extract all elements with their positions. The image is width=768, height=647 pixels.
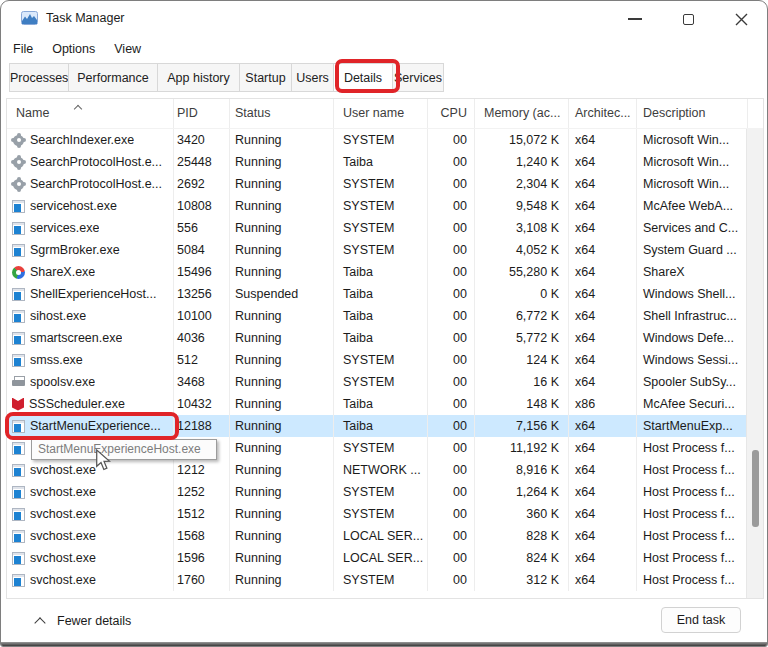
tab-details[interactable]: Details: [333, 63, 393, 92]
cell-architecture: x64: [569, 261, 637, 283]
vertical-scrollbar[interactable]: [746, 129, 763, 598]
cell-pid: 3420: [174, 129, 230, 151]
cell-status: Running: [230, 459, 334, 481]
column-header-description[interactable]: Description: [637, 99, 748, 128]
column-header-pid[interactable]: PID: [174, 99, 230, 128]
cell-name: sihost.exe: [7, 305, 174, 327]
cell-status: Running: [230, 217, 334, 239]
cell-architecture: x64: [569, 349, 637, 371]
cell-memory: 312 K: [475, 569, 569, 591]
process-name: services.exe: [30, 217, 99, 239]
cell-description: McAfee WebA...: [637, 195, 747, 217]
menu-file[interactable]: File: [11, 41, 35, 57]
app-window-icon: [12, 530, 25, 543]
menu-view[interactable]: View: [112, 41, 143, 57]
cell-status: Running: [230, 327, 334, 349]
cell-memory: 16 K: [475, 371, 569, 393]
process-row[interactable]: svchost.exe1596RunningLOCAL SER...00824 …: [7, 547, 747, 569]
menu-options[interactable]: Options: [50, 41, 97, 57]
cell-pid: 3468: [174, 371, 230, 393]
process-row[interactable]: SSScheduler.exe10432RunningTaiba00148 Kx…: [7, 393, 747, 415]
cell-user-name: Taiba: [334, 305, 428, 327]
tab-performance[interactable]: Performance: [68, 63, 158, 92]
process-row[interactable]: smartscreen.exe4036RunningTaiba005,772 K…: [7, 327, 747, 349]
cell-pid: 512: [174, 349, 230, 371]
cell-user-name: SYSTEM: [334, 481, 428, 503]
maximize-button[interactable]: [673, 7, 703, 31]
process-row[interactable]: ShareX.exe15496RunningTaiba0055,280 Kx64…: [7, 261, 747, 283]
tab-processes[interactable]: Processes: [9, 63, 69, 92]
cell-memory: 824 K: [475, 547, 569, 569]
cell-status: Running: [230, 437, 334, 459]
tab-startup[interactable]: Startup: [239, 63, 292, 92]
tab-app-history[interactable]: App history: [157, 63, 240, 92]
fewer-details-toggle[interactable]: Fewer details: [32, 608, 135, 634]
cell-architecture: x64: [569, 129, 637, 151]
cell-pid: 10808: [174, 195, 230, 217]
process-row[interactable]: svchost.exe1212RunningNETWORK ...008,916…: [7, 459, 747, 481]
cell-cpu: 00: [428, 261, 475, 283]
process-name: SearchProtocolHost.e...: [30, 151, 162, 173]
cell-pid: 2692: [174, 173, 230, 195]
process-row[interactable]: SearchIndexer.exe3420RunningSYSTEM0015,0…: [7, 129, 747, 151]
tab-services[interactable]: Services: [392, 63, 444, 92]
cell-pid: 10100: [174, 305, 230, 327]
process-row[interactable]: ShellExperienceHost...13256SuspendedTaib…: [7, 283, 747, 305]
cell-architecture: x64: [569, 525, 637, 547]
process-name: svchost.exe: [30, 569, 96, 591]
mcafee-shield-icon: [12, 398, 24, 411]
cell-memory: 2,304 K: [475, 173, 569, 195]
cell-pid: 1760: [174, 569, 230, 591]
chevron-up-icon: [34, 617, 45, 628]
process-name: SgrmBroker.exe: [30, 239, 120, 261]
cell-status: Running: [230, 569, 334, 591]
process-row[interactable]: services.exe556RunningSYSTEM003,108 Kx64…: [7, 217, 747, 239]
cell-cpu: 00: [428, 525, 475, 547]
minimize-button[interactable]: [620, 7, 650, 31]
cell-memory: 1,264 K: [475, 481, 569, 503]
cell-name: servicehost.exe: [7, 195, 174, 217]
process-row[interactable]: svchost.exe1568RunningLOCAL SER...00828 …: [7, 525, 747, 547]
process-row[interactable]: sihost.exe10100RunningTaiba006,772 Kx64S…: [7, 305, 747, 327]
process-row[interactable]: servicehost.exe10808RunningSYSTEM009,548…: [7, 195, 747, 217]
column-header-status[interactable]: Status: [230, 99, 334, 128]
process-row[interactable]: SearchProtocolHost.e...25448RunningTaiba…: [7, 151, 747, 173]
cell-user-name: SYSTEM: [334, 195, 428, 217]
process-row[interactable]: SgrmBroker.exe5084RunningSYSTEM004,052 K…: [7, 239, 747, 261]
process-row[interactable]: svchost.exe1252RunningSYSTEM001,264 Kx64…: [7, 481, 747, 503]
column-header-name[interactable]: Name: [7, 99, 174, 128]
cell-memory: 6,772 K: [475, 305, 569, 327]
cell-architecture: x64: [569, 547, 637, 569]
cell-pid: 1596: [174, 547, 230, 569]
cell-cpu: 00: [428, 569, 475, 591]
printer-icon: [12, 376, 25, 389]
app-window-icon: [12, 574, 25, 587]
process-row[interactable]: spoolsv.exe3468RunningSYSTEM0016 Kx64Spo…: [7, 371, 747, 393]
cell-cpu: 00: [428, 393, 475, 415]
cell-name: svchost.exe: [7, 503, 174, 525]
cell-status: Running: [230, 305, 334, 327]
process-row[interactable]: svchost.exe1760RunningSYSTEM00312 Kx64Ho…: [7, 569, 747, 591]
close-button[interactable]: [726, 7, 756, 31]
cell-pid: 1568: [174, 525, 230, 547]
cell-description: Windows Defe...: [637, 327, 747, 349]
end-task-button[interactable]: End task: [661, 607, 741, 633]
column-header-architecture[interactable]: Architec...: [569, 99, 637, 128]
process-row[interactable]: StartMenuExperience...12188RunningTaiba0…: [7, 415, 747, 437]
process-row[interactable]: SearchProtocolHost.e...2692RunningSYSTEM…: [7, 173, 747, 195]
process-row[interactable]: svchost.exe1512RunningSYSTEM00360 Kx64Ho…: [7, 503, 747, 525]
cell-architecture: x64: [569, 217, 637, 239]
column-header-cpu[interactable]: CPU: [428, 99, 475, 128]
process-name: SSScheduler.exe: [29, 393, 125, 415]
cell-user-name: SYSTEM: [334, 239, 428, 261]
process-row[interactable]: smss.exe512RunningSYSTEM00124 Kx64Window…: [7, 349, 747, 371]
cell-cpu: 00: [428, 239, 475, 261]
table-rows: SearchIndexer.exe3420RunningSYSTEM0015,0…: [7, 129, 747, 598]
column-header-user-name[interactable]: User name: [334, 99, 428, 128]
column-header-memory[interactable]: Memory (ac...: [475, 99, 569, 128]
scrollbar-thumb[interactable]: [752, 450, 759, 527]
process-name: SearchProtocolHost.e...: [30, 173, 162, 195]
tab-users[interactable]: Users: [291, 63, 334, 92]
cell-status: Running: [230, 151, 334, 173]
sort-ascending-icon: [74, 105, 82, 113]
